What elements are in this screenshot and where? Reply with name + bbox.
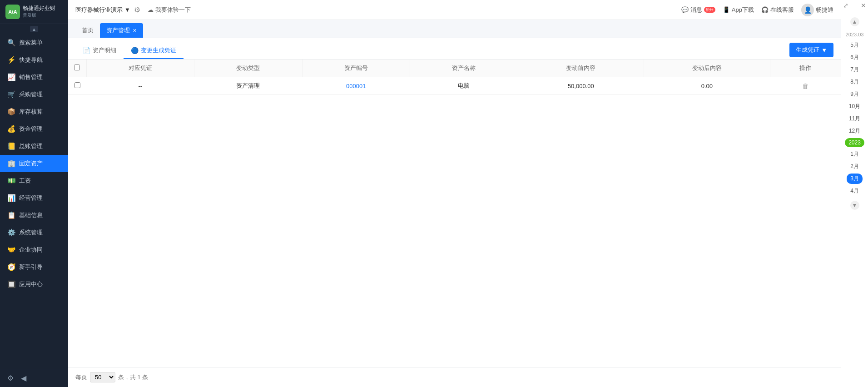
timeline-expand-icon[interactable]: ⤢	[843, 2, 848, 9]
sidebar-item-fixed[interactable]: 🏢 固定资产	[0, 155, 68, 172]
quicknav-icon: ⚡	[7, 56, 15, 64]
col-asset-name: 资产名称	[410, 60, 518, 77]
dropdown-arrow-icon: ▼	[821, 47, 827, 54]
row-voucher: --	[86, 77, 194, 95]
row-asset-no[interactable]: 000001	[302, 77, 410, 95]
scroll-up-nav[interactable]: ▲	[850, 17, 859, 26]
app-name: 畅捷通好业财	[23, 5, 55, 12]
sidebar-item-guide[interactable]: 🧭 新手引导	[0, 258, 68, 276]
col-after-change: 变动后内容	[644, 60, 770, 77]
col-operation: 操作	[770, 60, 841, 77]
col-voucher: 对应凭证	[86, 60, 194, 77]
timeline-year-2023[interactable]: 2023	[845, 138, 864, 147]
timeline-month-12[interactable]: 12月	[841, 125, 868, 137]
apps-icon: 🔲	[7, 280, 15, 288]
collapse-icon[interactable]: ◀	[21, 374, 26, 382]
guide-icon: 🧭	[7, 263, 15, 271]
tab-home[interactable]: 首页	[75, 23, 100, 38]
sidebar-item-label: 基础信息	[19, 211, 43, 219]
row-checkbox[interactable]	[74, 82, 80, 88]
settings-bottom-icon[interactable]: ⚙	[7, 374, 14, 382]
sidebar-item-purchase[interactable]: 🛒 采购管理	[0, 86, 68, 103]
sidebar-item-label: 应用中心	[19, 280, 43, 288]
sidebar-item-ledger[interactable]: 📒 总账管理	[0, 138, 68, 155]
scroll-down-nav[interactable]: ▼	[850, 201, 859, 210]
user-menu[interactable]: 👤 畅捷通	[801, 4, 833, 16]
sidebar-item-inventory[interactable]: 📦 库存核算	[0, 103, 68, 120]
timeline-month-5[interactable]: 5月	[841, 39, 868, 51]
app-download-btn[interactable]: 📱 App下载	[723, 6, 754, 14]
delete-icon[interactable]: 🗑	[802, 82, 809, 90]
sidebar-item-label: 搜索菜单	[19, 39, 43, 47]
sidebar-item-sales[interactable]: 📈 销售管理	[0, 69, 68, 86]
timeline-month-11[interactable]: 11月	[841, 113, 868, 125]
customer-service-btn[interactable]: 🎧 在线客服	[761, 6, 794, 14]
change-table: 对应凭证 变动类型 资产编号 资产名称 变动前内容	[68, 60, 841, 95]
sidebar-item-system[interactable]: ⚙️ 系统管理	[0, 224, 68, 241]
message-icon: 💬	[681, 6, 689, 13]
sidebar-scroll-up[interactable]: ▲	[0, 24, 68, 34]
main-area: 医疗器械行业演示 ▼ ⚙ ☁ 我要体验一下 💬 消息 99+ 📱 App下载 🎧…	[68, 0, 841, 387]
topbar-right: 💬 消息 99+ 📱 App下载 🎧 在线客服 👤 畅捷通	[681, 4, 833, 16]
sidebar-item-label: 工资	[19, 177, 31, 185]
sidebar-item-label: 销售管理	[19, 73, 43, 81]
timeline-month-6[interactable]: 6月	[841, 51, 868, 64]
inner-tabs: 📄 资产明细 🔵 变更生成凭证	[68, 38, 841, 60]
topbar-gear-icon[interactable]: ⚙	[134, 5, 140, 14]
select-all-checkbox[interactable]	[74, 64, 80, 70]
sidebar-item-label: 固定资产	[19, 159, 43, 168]
tab-close-icon[interactable]: ✕	[133, 28, 137, 34]
tab-assets[interactable]: 资产管理 ✕	[100, 23, 143, 38]
timeline-month-4[interactable]: 4月	[841, 185, 868, 197]
generate-btn-area: 生成凭证 ▼	[789, 43, 833, 57]
timeline-month-7[interactable]: 7月	[841, 64, 868, 76]
timeline-month-10[interactable]: 10月	[841, 100, 868, 113]
col-checkbox	[68, 60, 86, 77]
timeline-month-8[interactable]: 8月	[841, 76, 868, 88]
tab-assets-label: 资产管理	[106, 26, 130, 35]
pagination: 每页 20 50 100 条，共 1 条	[68, 367, 841, 387]
sidebar-bottom: ⚙ ◀	[0, 369, 68, 387]
message-btn[interactable]: 💬 消息 99+	[681, 6, 715, 14]
chevron-down-icon: ▼	[124, 6, 130, 13]
sidebar-item-operations[interactable]: 📊 经营管理	[0, 189, 68, 207]
inner-tab-asset-list-label: 资产明细	[93, 46, 116, 55]
timeline-close-icon[interactable]: ✕	[861, 2, 866, 9]
sidebar-item-salary[interactable]: 💵 工资	[0, 172, 68, 189]
tabbar: 首页 资产管理 ✕	[68, 20, 841, 38]
timeline-scroll-up[interactable]: ▲	[841, 14, 868, 30]
sidebar-item-label: 采购管理	[19, 90, 43, 99]
inner-tab-change-voucher-label: 变更生成凭证	[141, 46, 176, 55]
message-badge: 99+	[704, 7, 715, 13]
sidebar-item-finance[interactable]: 💰 资金管理	[0, 120, 68, 138]
sidebar-item-basic[interactable]: 📋 基础信息	[0, 207, 68, 224]
logo-icon: AtA	[5, 5, 20, 19]
sidebar-item-collab[interactable]: 🤝 企业协同	[0, 241, 68, 258]
message-label: 消息	[690, 6, 702, 14]
timeline-month-3[interactable]: 3月	[847, 174, 863, 184]
timeline-scroll-down[interactable]: ▼	[841, 197, 868, 213]
timeline-month-9[interactable]: 9月	[841, 88, 868, 100]
sidebar-item-search[interactable]: 🔍 搜索菜单	[0, 34, 68, 51]
system-icon: ⚙️	[7, 228, 15, 237]
table-header-row: 对应凭证 变动类型 资产编号 资产名称 变动前内容	[68, 60, 841, 77]
timeline-month-2[interactable]: 2月	[841, 160, 868, 173]
sidebar-item-label: 快捷导航	[19, 56, 43, 64]
generate-voucher-label: 生成凭证	[796, 46, 819, 54]
timeline-month-1[interactable]: 1月	[841, 148, 868, 160]
sidebar-item-quicknav[interactable]: ⚡ 快捷导航	[0, 51, 68, 69]
row-checkbox-cell	[68, 77, 86, 95]
experience-btn[interactable]: ☁ 我要体验一下	[148, 6, 191, 14]
ledger-icon: 📒	[7, 142, 15, 150]
generate-voucher-button[interactable]: 生成凭证 ▼	[789, 43, 833, 57]
avatar: 👤	[801, 4, 814, 16]
per-page-label: 每页	[75, 373, 87, 382]
inner-tab-asset-list[interactable]: 📄 资产明细	[75, 43, 124, 59]
company-selector[interactable]: 医疗器械行业演示 ▼	[75, 6, 130, 14]
sidebar-item-apps[interactable]: 🔲 应用中心	[0, 276, 68, 293]
scroll-up-btn[interactable]: ▲	[30, 26, 38, 32]
sidebar-item-label: 新手引导	[19, 263, 43, 271]
page-size-select[interactable]: 20 50 100	[90, 372, 115, 382]
content-area: 📄 资产明细 🔵 变更生成凭证 生成凭证 ▼	[68, 38, 841, 387]
inner-tab-change-voucher[interactable]: 🔵 变更生成凭证	[124, 43, 184, 59]
